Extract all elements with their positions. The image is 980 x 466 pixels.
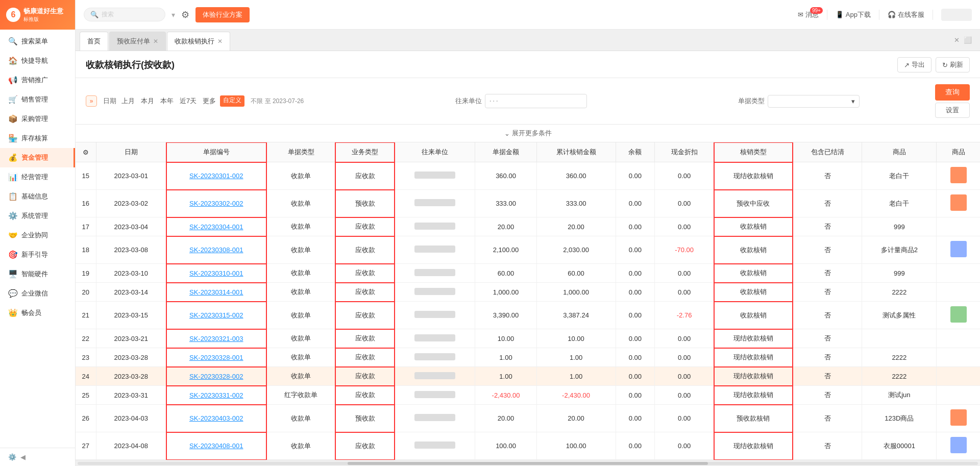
- tab-receipt-exec[interactable]: 收款核销执行 ✕: [167, 32, 230, 51]
- this-month-link[interactable]: 本月: [139, 95, 156, 107]
- more-date-link[interactable]: 更多: [201, 95, 218, 107]
- cell-doc-no[interactable]: SK-20230331-002: [166, 386, 266, 405]
- cell-doc-no[interactable]: SK-20230310-001: [166, 264, 266, 283]
- page-title: 收款核销执行(按收款): [86, 59, 175, 71]
- sidebar-item-quick[interactable]: 🏠 快捷导航: [0, 51, 75, 70]
- table-row: 18 2023-03-08 SK-20230308-001 收款单 应收款 2,…: [76, 236, 980, 264]
- sidebar-item-enterprise[interactable]: 🤝 企业协同: [0, 226, 75, 245]
- custom-date-button[interactable]: 自定义: [220, 95, 244, 107]
- cell-doc-no[interactable]: SK-20230403-002: [166, 405, 266, 432]
- sidebar-item-marketing[interactable]: 📢 营销推广: [0, 70, 75, 90]
- cell-no: 19: [76, 264, 96, 283]
- settings-icon[interactable]: ⚙: [181, 9, 189, 20]
- cell-goods-img: [937, 405, 980, 432]
- sidebar-item-system[interactable]: ⚙️ 系统管理: [0, 206, 75, 226]
- cell-doc-no[interactable]: SK-20230308-001: [166, 236, 266, 264]
- query-button[interactable]: 查询: [935, 84, 970, 101]
- last-7days-link[interactable]: 近7天: [178, 95, 199, 107]
- page: 收款核销执行(按收款) ↗ 导出 ↻ 刷新 » 日期: [76, 51, 980, 466]
- cell-doc-type: 收款单: [266, 283, 335, 302]
- tab-home[interactable]: 首页: [80, 32, 108, 51]
- sidebar-item-purchase[interactable]: 📦 采购管理: [0, 109, 75, 129]
- cell-goods: 2222: [862, 283, 937, 302]
- doc-no-link[interactable]: SK-20230301-002: [189, 172, 243, 180]
- cell-doc-no[interactable]: SK-20230328-002: [166, 367, 266, 386]
- settings-footer-icon[interactable]: ⚙️: [8, 453, 16, 461]
- dropdown-arrow-icon[interactable]: ▾: [172, 11, 175, 19]
- sidebar-item-finance[interactable]: 💰 资金管理: [0, 148, 75, 167]
- this-year-link[interactable]: 本年: [158, 95, 176, 107]
- maximize-icon[interactable]: ⬜: [964, 36, 972, 44]
- sidebar-item-guide[interactable]: 🎯 新手引导: [0, 245, 75, 264]
- sidebar-item-label: 资金管理: [21, 153, 48, 162]
- cell-include-settled: 否: [793, 367, 862, 386]
- sidebar-item-inventory[interactable]: 🏪 库存核算: [0, 129, 75, 148]
- main-content: 🔍 搜索 ▾ ⚙ 体验行业方案 ✉ 消息 99+ 📱 App下载 🎧 在线客服: [76, 0, 980, 466]
- online-service-button[interactable]: 🎧 在线客服: [888, 10, 924, 19]
- doc-no-link[interactable]: SK-20230315-002: [189, 311, 243, 319]
- cell-verify-type: 现结收款核销: [714, 348, 793, 367]
- sidebar-item-member[interactable]: 👑 畅会员: [0, 303, 75, 323]
- cell-doc-no[interactable]: SK-20230302-002: [166, 190, 266, 217]
- settings-button[interactable]: 设置: [935, 103, 970, 118]
- sidebar-item-basic[interactable]: 📋 基础信息: [0, 187, 75, 206]
- export-button[interactable]: ↗ 导出: [897, 57, 932, 72]
- tab-prepay[interactable]: 预收应付单 ✕: [109, 32, 166, 51]
- doc-no-link[interactable]: SK-20230403-002: [189, 414, 243, 422]
- topbar-search[interactable]: 🔍 搜索: [84, 8, 165, 21]
- doc-no-link[interactable]: SK-20230310-001: [189, 269, 243, 277]
- tab-close-icon[interactable]: ✕: [153, 38, 158, 45]
- filter-expand-button[interactable]: »: [86, 95, 97, 107]
- doc-no-link[interactable]: SK-20230328-002: [189, 373, 243, 380]
- refresh-button[interactable]: ↻ 刷新: [936, 57, 970, 72]
- sidebar-item-wechat[interactable]: 💬 企业微信: [0, 284, 75, 303]
- tab-label: 预收应付单: [117, 37, 150, 46]
- doc-type-select[interactable]: ▾: [768, 95, 860, 108]
- collapse-icon[interactable]: ◀: [20, 453, 26, 461]
- cell-doc-no[interactable]: SK-20230328-001: [166, 348, 266, 367]
- sidebar-item-sales[interactable]: 🛒 销售管理: [0, 90, 75, 109]
- cell-amount: -2,430.00: [475, 386, 536, 405]
- masked-value: [414, 269, 455, 276]
- counterparty-select[interactable]: ···: [485, 94, 587, 108]
- doc-no-link[interactable]: SK-20230304-001: [189, 223, 243, 231]
- sidebar-item-hardware[interactable]: 🖥️ 智能硬件: [0, 264, 75, 284]
- cell-doc-no[interactable]: SK-20230301-002: [166, 162, 266, 190]
- col-settings[interactable]: ⚙: [76, 142, 96, 162]
- last-month-link[interactable]: 上月: [119, 95, 137, 107]
- cell-include-settled: 否: [793, 432, 862, 460]
- doc-no-link[interactable]: SK-20230328-001: [189, 354, 243, 361]
- cell-no: 24: [76, 367, 96, 386]
- cell-doc-no[interactable]: SK-20230315-002: [166, 302, 266, 329]
- expand-more-button[interactable]: ⌄ 展开更多条件: [504, 129, 552, 138]
- doc-no-link[interactable]: SK-20230302-002: [189, 200, 243, 207]
- close-window-icon[interactable]: ✕: [954, 36, 960, 44]
- cell-doc-no[interactable]: SK-20230304-001: [166, 217, 266, 236]
- app-download-button[interactable]: 📱 App下载: [836, 10, 871, 19]
- sidebar-item-search[interactable]: 🔍 搜索菜单: [0, 32, 75, 51]
- doc-no-link[interactable]: SK-20230331-002: [189, 391, 243, 399]
- sidebar-item-operations[interactable]: 📊 经营管理: [0, 167, 75, 187]
- horizontal-scrollbar[interactable]: [76, 460, 980, 466]
- user-avatar[interactable]: [941, 9, 972, 21]
- cell-doc-no[interactable]: SK-20230408-001: [166, 432, 266, 460]
- cell-doc-no[interactable]: SK-20230314-001: [166, 283, 266, 302]
- sidebar: 6 畅康道好生意 标推版 🔍 搜索菜单 🏠 快捷导航 📢 营销推广 🛒 销售管理…: [0, 0, 76, 466]
- doc-no-link[interactable]: SK-20230308-001: [189, 246, 243, 254]
- cell-counterparty: [395, 236, 475, 264]
- message-button[interactable]: ✉ 消息 99+: [798, 10, 819, 19]
- cell-counterparty: [395, 386, 475, 405]
- doc-no-link[interactable]: SK-20230408-001: [189, 442, 243, 450]
- cell-goods-img: [937, 329, 980, 348]
- industry-solution-button[interactable]: 体验行业方案: [195, 7, 250, 22]
- cell-doc-no[interactable]: SK-20230321-003: [166, 329, 266, 348]
- col-counterparty: 往来单位: [395, 142, 475, 162]
- cell-counterparty: [395, 348, 475, 367]
- tab-close-icon[interactable]: ✕: [217, 38, 223, 45]
- scrollbar-thumb[interactable]: [348, 462, 708, 465]
- doc-no-link[interactable]: SK-20230314-001: [189, 288, 243, 296]
- cell-verify-type: 收款核销: [714, 302, 793, 329]
- doc-no-link[interactable]: SK-20230321-003: [189, 335, 243, 342]
- cell-amount: 10.00: [475, 329, 536, 348]
- column-settings-icon[interactable]: ⚙: [83, 149, 89, 156]
